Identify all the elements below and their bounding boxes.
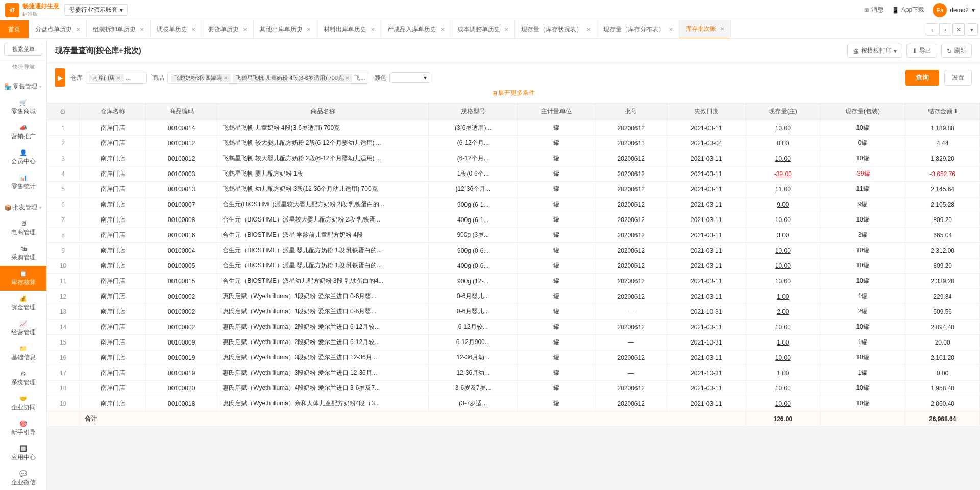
sidebar-item-operations[interactable]: 📈 经营管理 [0, 316, 46, 341]
cell-qty[interactable]: 10.00 [746, 396, 820, 411]
tab-close-all-btn[interactable]: ✕ [952, 23, 965, 36]
tab-chengben[interactable]: 成本调整单历史 ✕ [451, 20, 515, 39]
tab-home[interactable]: 首页 [0, 20, 29, 39]
settings-icon[interactable]: ⚙ [60, 108, 66, 116]
download-icon: 📱 [892, 7, 899, 14]
sidebar-item-ecommerce[interactable]: 🖥 电商管理 [0, 216, 46, 241]
refresh-btn[interactable]: ↻ 刷新 [941, 44, 972, 58]
cell-qty[interactable]: -39.00 [746, 166, 820, 182]
filter-ellipsis[interactable]: 飞... [354, 74, 365, 82]
cell-code: 00100019 [146, 350, 217, 365]
setting-btn[interactable]: 设置 [944, 70, 972, 86]
row-num: 9 [47, 243, 80, 258]
app-download-btn[interactable]: 📱 App下载 [892, 6, 924, 14]
sidebar-item-finance[interactable]: 💰 资金管理 [0, 291, 46, 316]
export-btn[interactable]: ⬇ 导出 [906, 44, 937, 58]
cell-qty[interactable]: 10.00 [746, 350, 820, 365]
sidebar-item-enterprise[interactable]: 🤝 企业协同 [0, 391, 46, 416]
sidebar-item-purchase[interactable]: 🛍 采购管理 [0, 241, 46, 266]
warehouse-tag-container[interactable]: 南岸门店 ✕ ... [86, 72, 147, 84]
tab-chanpin[interactable]: 产成品入库单历史 ✕ [381, 20, 451, 39]
close-icon[interactable]: ✕ [371, 27, 375, 32]
tag-close-icon[interactable]: ✕ [116, 75, 120, 81]
toggle-filter-btn[interactable]: ▶ [55, 68, 65, 87]
cell-qty[interactable]: 10.00 [746, 151, 820, 166]
cell-amount: -3,652.76 [905, 166, 980, 182]
tab-next-btn[interactable]: › [939, 23, 951, 36]
close-icon[interactable]: ✕ [307, 27, 311, 32]
cell-qty[interactable]: 1.00 [746, 289, 820, 304]
close-icon[interactable]: ✕ [76, 27, 80, 32]
sidebar-item-member[interactable]: 👤 会员中心 [0, 145, 46, 170]
sidebar-item-stats[interactable]: 📊 零售统计 [0, 170, 46, 195]
tab-xianzai2[interactable]: 现存量（库存分布表） ✕ [597, 20, 679, 39]
cell-qty[interactable]: 10.00 [746, 212, 820, 228]
cell-qty[interactable]: 10.00 [746, 243, 820, 258]
expand-filter-btn[interactable]: ⊞ 展开更多条件 [55, 89, 972, 97]
cell-qty-pkg: 10罐 [820, 120, 905, 136]
cell-qty[interactable]: 10.00 [746, 258, 820, 274]
close-icon[interactable]: ✕ [720, 26, 724, 32]
account-dropdown[interactable]: 母婴行业演示账套 ▾ [64, 4, 128, 16]
cell-qty[interactable]: 10.00 [746, 274, 820, 289]
sidebar-item-retail[interactable]: 🏪 零售管理 ▼ [0, 78, 46, 95]
tab-cailiao[interactable]: 材料出库单历史 ✕ [317, 20, 381, 39]
tag-close-icon[interactable]: ✕ [224, 75, 228, 81]
product-tag-container[interactable]: 飞鹤奶粉3段四罐装 ✕ 飞鹤星飞帆 儿童奶粉 4段(3-6岁适用) 700克 ✕… [167, 72, 369, 84]
logo-area: 好 畅捷通好生意 标准版 [5, 2, 59, 18]
table-row: 18 南岸门店 00100020 惠氏启赋（Wyeth illuma）4段奶粉 … [47, 381, 980, 396]
cell-qty[interactable]: 10.00 [746, 381, 820, 396]
message-btn[interactable]: ✉ 消息 [864, 6, 884, 14]
query-btn[interactable]: 查询 [905, 70, 939, 86]
sidebar-item-shop[interactable]: 🛒 零售商城 [0, 95, 46, 120]
filter-ellipsis[interactable]: ... [126, 74, 131, 81]
sidebar-item-guide[interactable]: 🎯 新手引导 [0, 416, 46, 441]
cell-qty[interactable]: 10.00 [746, 120, 820, 136]
color-tag-container[interactable]: ▾ [389, 72, 430, 83]
tag-close-icon[interactable]: ✕ [345, 75, 349, 81]
search-menu-btn[interactable]: 搜索菜单 [4, 43, 42, 56]
close-icon[interactable]: ✕ [504, 27, 508, 32]
table-row: 4 南岸门店 00100003 飞鹤星飞帆 婴儿配方奶粉 1段 1段(0-6个.… [47, 166, 980, 182]
cell-batch: 20200612 [595, 228, 667, 243]
cell-qty[interactable]: 2.00 [746, 304, 820, 320]
cell-qty[interactable]: 9.00 [746, 197, 820, 212]
table-header-row: ⚙ 仓库名称 商品编码 商品名称 规格型号 主计量单位 批号 失效日期 现存量(… [47, 103, 980, 120]
cell-qty[interactable]: 11.00 [746, 182, 820, 197]
user-area[interactable]: Ea demo2 ▾ [933, 3, 975, 17]
sidebar-item-wholesale[interactable]: 📦 批发管理 ▼ [0, 199, 46, 216]
close-icon[interactable]: ✕ [440, 27, 445, 32]
sidebar-item-wechat[interactable]: 💬 企业微信 [0, 466, 46, 490]
sidebar-item-basic[interactable]: 📁 基础信息 [0, 341, 46, 366]
sidebar-item-marketing[interactable]: 📣 营销推广 [0, 120, 46, 145]
sidebar-item-system[interactable]: ⚙ 系统管理 [0, 366, 46, 391]
close-icon[interactable]: ✕ [243, 27, 247, 32]
table-row: 7 南岸门店 00100008 合生元（BIOSTIME）派星较大婴儿配方奶粉 … [47, 212, 980, 228]
tab-qitachu[interactable]: 其他出库单历史 ✕ [254, 20, 317, 39]
tab-yaohuo[interactable]: 要货单历史 ✕ [202, 20, 254, 39]
tab-menu-btn[interactable]: ▾ [966, 23, 978, 36]
cell-expiry: 2021-03-11 [667, 320, 746, 335]
cell-qty[interactable]: 10.00 [746, 320, 820, 335]
close-icon[interactable]: ✕ [191, 27, 195, 32]
close-icon[interactable]: ✕ [140, 27, 144, 32]
print-btn[interactable]: 🖨 按模板打印 ▾ [847, 44, 902, 58]
cell-qty[interactable]: 1.00 [746, 335, 820, 350]
sidebar-item-appstore[interactable]: 🔲 应用中心 [0, 441, 46, 466]
expand-icon: ⊞ [492, 90, 497, 97]
sidebar-item-inventory[interactable]: 📋 库存核算 [0, 266, 46, 291]
tab-fenbin[interactable]: 分盘点单历史 ✕ [29, 20, 87, 39]
tab-xianzai1[interactable]: 现存量（库存状况表） ✕ [515, 20, 597, 39]
cell-qty[interactable]: 3.00 [746, 228, 820, 243]
avatar: Ea [933, 3, 947, 17]
cell-qty[interactable]: 1.00 [746, 365, 820, 381]
tab-tiaopi[interactable]: 调拨单历史 ✕ [151, 20, 202, 39]
table-row: 8 南岸门店 00100016 合生元（BIOSTIME）派星 学龄前儿童配方奶… [47, 228, 980, 243]
cell-qty[interactable]: 0.00 [746, 136, 820, 151]
tab-xianzai3[interactable]: 库存批次账 ✕ [679, 20, 731, 39]
page-header: 现存量查询(按仓库+批次) 🖨 按模板打印 ▾ ⬇ 导出 ↻ 刷新 [47, 39, 980, 63]
close-icon[interactable]: ✕ [586, 27, 591, 32]
tab-prev-btn[interactable]: ‹ [926, 23, 938, 36]
close-icon[interactable]: ✕ [669, 27, 673, 32]
tab-zuhe[interactable]: 组装拆卸单历史 ✕ [87, 20, 151, 39]
